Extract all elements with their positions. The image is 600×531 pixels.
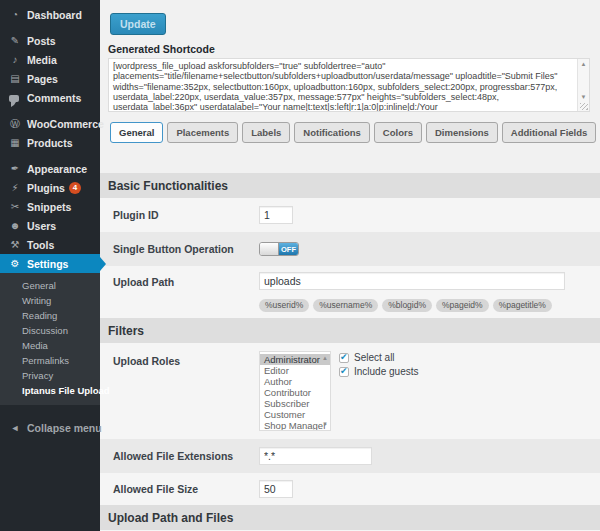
submenu-item-reading[interactable]: Reading [0,308,100,323]
role-option-subscriber[interactable]: Subscriber [260,398,330,409]
submenu-item-general[interactable]: General [0,278,100,293]
plugin-id-label: Plugin ID [100,209,259,221]
allowed-file-extensions-input[interactable] [259,447,372,465]
shortcode-scrollbar[interactable] [577,59,589,111]
single-button-toggle[interactable]: OFF [259,242,299,256]
tag-pagetitle[interactable]: %pagetitle% [493,299,552,312]
row-upload-roles: Upload Roles Administrator Editor Author… [100,343,600,439]
role-option-contributor[interactable]: Contributor [260,387,330,398]
submenu-item-privacy[interactable]: Privacy [0,368,100,383]
sidebar-item-woocommerce[interactable]: WooCommerce [0,114,100,133]
path-variable-tags: %userid%%username%%blogid%%pageid%%paget… [259,294,565,312]
submenu-item-media[interactable]: Media [0,338,100,353]
snippets-icon [8,201,22,212]
sidebar-item-users[interactable]: Users [0,216,100,235]
include-guests-checkbox[interactable] [339,367,349,377]
media-icon [8,54,22,65]
row-single-button-operation: Single Button Operation OFF [100,232,600,266]
row-upload-path: Upload Path %userid%%username%%blogid%%p… [100,266,600,318]
sidebar-item-products[interactable]: Products [0,133,100,152]
plugins-update-badge: 4 [69,182,81,194]
tag-blogid[interactable]: %blogid% [382,299,432,312]
collapse-icon [8,423,22,433]
sidebar-item-label: Tools [27,239,54,251]
scroll-down-icon[interactable] [578,93,589,102]
row-allowed-file-size: Allowed File Size [100,473,600,505]
settings-tabs: General Placements Labels Notifications … [110,122,600,143]
select-all-label: Select all [354,352,395,364]
tag-userid[interactable]: %userid% [259,299,309,312]
allowed-file-extensions-label: Allowed File Extensions [100,450,259,462]
sidebar-item-media[interactable]: Media [0,50,100,69]
tab-general[interactable]: General [110,122,163,143]
collapse-menu-button[interactable]: Collapse menu [0,418,100,437]
tab-notifications[interactable]: Notifications [294,122,370,143]
shortcode-textarea[interactable]: [wordpress_file_upload askforsubfolders=… [109,59,577,111]
sidebar-item-dashboard[interactable]: Dashboard [0,5,100,24]
section-header-filters: Filters [100,318,600,343]
sidebar-item-pages[interactable]: Pages [0,69,100,88]
sidebar-item-label: Media [27,54,57,66]
row-plugin-id: Plugin ID [100,198,600,232]
submenu-item-discussion[interactable]: Discussion [0,323,100,338]
tab-labels[interactable]: Labels [242,122,290,143]
role-option-shop-manager[interactable]: Shop Manager [260,420,330,431]
select-all-checkbox[interactable] [339,353,349,363]
section-header-upload-path-and-files: Upload Path and Files [100,505,600,530]
include-guests-option[interactable]: Include guests [339,366,419,378]
comments-icon [8,93,22,102]
sidebar-item-comments[interactable]: Comments [0,88,100,107]
tab-placements[interactable]: Placements [167,122,238,143]
submenu-item-iptanus-file-upload[interactable]: Iptanus File Upload [0,383,100,398]
sidebar-item-label: Settings [27,258,68,270]
settings-form: Basic Functionalities Plugin ID Single B… [100,173,600,531]
sidebar-item-label: Users [27,220,56,232]
sidebar-item-tools[interactable]: Tools [0,235,100,254]
sidebar-item-appearance[interactable]: Appearance [0,159,100,178]
wordpress-admin-screen: Dashboard Posts Media Pages Comments Woo… [0,0,600,531]
posts-icon [8,35,22,46]
admin-sidebar: Dashboard Posts Media Pages Comments Woo… [0,0,100,531]
shortcode-box: [wordpress_file_upload askforsubfolders=… [108,58,590,112]
upload-roles-listbox[interactable]: Administrator Editor Author Contributor … [259,351,331,431]
role-option-editor[interactable]: Editor [260,365,330,376]
collapse-menu-label: Collapse menu [27,422,102,434]
toggle-knob [260,243,279,255]
select-all-option[interactable]: Select all [339,352,419,364]
tag-username[interactable]: %username% [313,299,378,312]
sidebar-item-label: Products [27,137,73,149]
sidebar-item-plugins[interactable]: Plugins 4 [0,178,100,197]
sidebar-item-snippets[interactable]: Snippets [0,197,100,216]
role-option-customer[interactable]: Customer [260,409,330,420]
allowed-file-size-input[interactable] [259,480,293,498]
tools-icon [8,239,22,250]
users-icon [8,220,22,231]
plugin-id-input[interactable] [259,206,293,224]
sidebar-item-posts[interactable]: Posts [0,31,100,50]
role-option-administrator[interactable]: Administrator [260,354,330,365]
role-option-author[interactable]: Author [260,376,330,387]
scroll-down-icon[interactable] [322,421,328,427]
sidebar-item-label: Posts [27,35,56,47]
upload-path-control: %userid%%username%%blogid%%pageid%%paget… [259,271,565,312]
submenu-item-permalinks[interactable]: Permalinks [0,353,100,368]
upload-path-input[interactable] [259,272,565,290]
dashboard-icon [8,9,22,20]
tab-colors[interactable]: Colors [374,122,422,143]
sidebar-item-label: Pages [27,73,58,85]
plugins-icon [8,182,22,193]
appearance-icon [8,163,22,174]
tab-additional-fields[interactable]: Additional Fields [502,122,597,143]
sidebar-item-settings[interactable]: Settings [0,254,100,273]
tag-pageid[interactable]: %pageid% [436,299,489,312]
roles-checkbox-group: Select all Include guests [339,351,419,380]
submenu-item-writing[interactable]: Writing [0,293,100,308]
scroll-up-icon[interactable] [322,355,328,361]
admin-menu: Dashboard Posts Media Pages Comments Woo… [0,0,100,437]
include-guests-label: Include guests [354,366,419,378]
update-button[interactable]: Update [110,13,166,35]
woocommerce-icon [8,117,22,131]
tab-dimensions[interactable]: Dimensions [426,122,498,143]
scroll-up-icon[interactable] [578,60,589,69]
resize-grip[interactable] [580,103,588,110]
